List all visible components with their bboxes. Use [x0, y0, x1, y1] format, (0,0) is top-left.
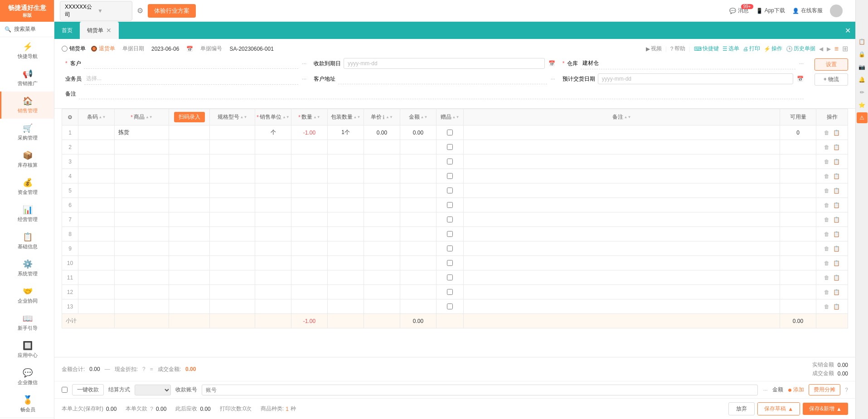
delete-row-icon[interactable]: 🗑 — [824, 289, 829, 295]
cell-price-10[interactable] — [364, 270, 400, 285]
delete-row-icon[interactable]: 🗑 — [824, 246, 829, 252]
copy-row-icon[interactable]: 📋 — [833, 289, 840, 295]
cell-pkgqty-7[interactable] — [328, 227, 364, 241]
cell-goods-0[interactable]: 拣货 — [115, 125, 169, 140]
cell-barcode-7[interactable] — [78, 227, 115, 241]
radio-sales-order[interactable]: 销货单 — [62, 45, 86, 53]
cell-pkgqty-6[interactable] — [328, 212, 364, 227]
cell-goods-8[interactable] — [115, 241, 169, 256]
delete-row-icon[interactable]: 🗑 — [824, 217, 829, 223]
cell-price-12[interactable] — [364, 299, 400, 314]
cell-barcode-9[interactable] — [78, 256, 115, 270]
copy-row-icon[interactable]: 📋 — [833, 217, 840, 223]
date-calendar-icon[interactable]: 📅 — [186, 46, 193, 52]
one-click-payment-button[interactable]: 一键收款 — [72, 384, 104, 395]
right-panel-bell-icon[interactable]: 🔔 — [857, 74, 868, 85]
cell-unit-5[interactable] — [255, 198, 291, 212]
cell-amount-7[interactable] — [400, 227, 436, 241]
cell-qty-2[interactable] — [291, 154, 328, 169]
expected-date-input[interactable]: yyyy-mm-dd — [598, 73, 793, 84]
right-panel-photo-icon[interactable]: 📷 — [857, 62, 868, 72]
cell-qty-7[interactable] — [291, 227, 328, 241]
cell-qty-6[interactable] — [291, 212, 328, 227]
cell-remark-2[interactable] — [464, 154, 780, 169]
cell-spec-3[interactable] — [210, 169, 255, 183]
warehouse-ellipsis-btn[interactable]: ··· — [799, 60, 804, 67]
cell-qty-1[interactable] — [291, 140, 328, 154]
delete-row-icon[interactable]: 🗑 — [824, 159, 829, 165]
cell-remark-1[interactable] — [464, 140, 780, 154]
delete-row-icon[interactable]: 🗑 — [824, 303, 829, 310]
cell-scancode-0[interactable] — [169, 125, 210, 140]
action-operate[interactable]: ⚡操作 — [764, 45, 782, 53]
cell-goods-4[interactable] — [115, 183, 169, 198]
action-select[interactable]: ☰选单 — [723, 45, 739, 53]
right-panel-alert-icon[interactable]: ⚠ — [857, 112, 868, 123]
cell-remark-4[interactable] — [464, 183, 780, 198]
cell-pkgqty-9[interactable] — [328, 256, 364, 270]
cell-scancode-1[interactable] — [169, 140, 210, 154]
sidebar-item-system[interactable]: ⚙️ 系统管理 — [0, 255, 54, 282]
cell-remark-9[interactable] — [464, 256, 780, 270]
delete-row-icon[interactable]: 🗑 — [824, 130, 829, 136]
sidebar-item-guide[interactable]: 📖 新手引导 — [0, 309, 54, 336]
delete-row-icon[interactable]: 🗑 — [824, 231, 829, 237]
logistics-button[interactable]: + 物流 — [815, 73, 848, 86]
cell-unit-8[interactable] — [255, 241, 291, 256]
setting-button[interactable]: 设置 — [815, 58, 848, 71]
cell-spec-5[interactable] — [210, 198, 255, 212]
right-panel-lock-icon[interactable]: 🔒 — [857, 49, 868, 60]
cell-pkgqty-5[interactable] — [328, 198, 364, 212]
cell-scancode-8[interactable] — [169, 241, 210, 256]
cell-qty-9[interactable] — [291, 256, 328, 270]
cell-gift-0[interactable] — [436, 125, 464, 140]
cell-price-6[interactable] — [364, 212, 400, 227]
arrow-next-icon[interactable]: ▶ — [827, 46, 831, 52]
salesperson-ellipsis-btn[interactable]: ··· — [302, 76, 306, 82]
cell-amount-11[interactable] — [400, 285, 436, 299]
cell-spec-11[interactable] — [210, 285, 255, 299]
right-panel-form-icon[interactable]: 📋 — [857, 36, 868, 47]
gift-sort-icon[interactable]: ▲▼ — [452, 115, 460, 119]
cell-price-5[interactable] — [364, 198, 400, 212]
copy-row-icon[interactable]: 📋 — [833, 303, 840, 310]
tab-sales-order[interactable]: 销货单 ✕ — [80, 22, 119, 39]
cell-pkgqty-0[interactable]: 1个 — [328, 125, 364, 140]
copy-row-icon[interactable]: 📋 — [833, 144, 840, 150]
cell-price-2[interactable] — [364, 154, 400, 169]
cell-qty-4[interactable] — [291, 183, 328, 198]
due-date-calendar-icon[interactable]: 📅 — [548, 60, 555, 67]
cell-unit-6[interactable] — [255, 212, 291, 227]
cell-amount-9[interactable] — [400, 256, 436, 270]
cell-barcode-0[interactable] — [78, 125, 115, 140]
cell-barcode-1[interactable] — [78, 140, 115, 154]
sidebar-item-marketing[interactable]: 📢 营销推广 — [0, 64, 54, 92]
amount-sort-icon[interactable]: ▲▼ — [421, 115, 428, 119]
goods-sort-icon[interactable]: ▲▼ — [145, 115, 153, 119]
cell-goods-1[interactable] — [115, 140, 169, 154]
account-ellipsis-btn[interactable]: ··· — [763, 387, 768, 393]
cell-scancode-4[interactable] — [169, 183, 210, 198]
cell-pkgqty-12[interactable] — [328, 299, 364, 314]
customer-ellipsis-btn[interactable]: ··· — [302, 60, 306, 67]
tab-close-icon[interactable]: ✕ — [106, 27, 112, 34]
cell-spec-4[interactable] — [210, 183, 255, 198]
cell-spec-12[interactable] — [210, 299, 255, 314]
cell-unit-3[interactable] — [255, 169, 291, 183]
cell-scancode-3[interactable] — [169, 169, 210, 183]
cell-remark-7[interactable] — [464, 227, 780, 241]
cell-scancode-9[interactable] — [169, 256, 210, 270]
sidebar-item-finance[interactable]: 💰 资金管理 — [0, 173, 54, 200]
cell-unit-7[interactable] — [255, 227, 291, 241]
cell-barcode-5[interactable] — [78, 198, 115, 212]
discount-info-icon[interactable]: ? — [142, 366, 145, 372]
cell-gift-12[interactable] — [436, 299, 464, 314]
cell-qty-5[interactable] — [291, 198, 328, 212]
sidebar-item-enterprise[interactable]: 🤝 企业协同 — [0, 282, 54, 309]
qty-sort-icon[interactable]: ▲▼ — [313, 115, 320, 119]
method-select[interactable] — [135, 385, 171, 395]
cell-amount-4[interactable] — [400, 183, 436, 198]
expense-split-button[interactable]: 费用分摊 — [809, 384, 840, 395]
sidebar-item-purchase[interactable]: 🛒 采购管理 — [0, 119, 54, 146]
cell-amount-0[interactable]: 0.00 — [400, 125, 436, 140]
